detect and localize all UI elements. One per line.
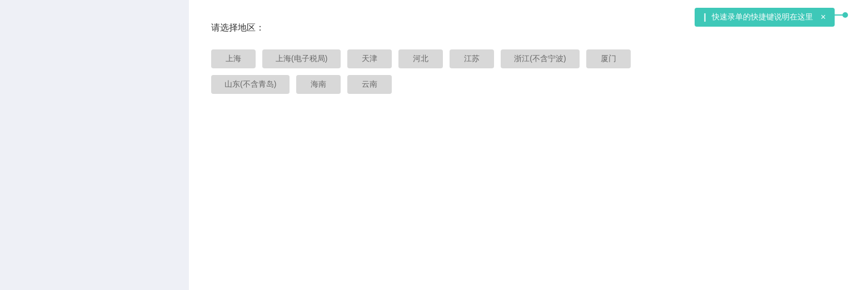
region-btn-xiamen[interactable]: 厦门 [586, 49, 631, 68]
region-btn-shanghai-etax[interactable]: 上海(电子税局) [262, 49, 341, 68]
region-btn-zhejiang[interactable]: 浙江(不含宁波) [501, 49, 579, 68]
region-btn-yunnan[interactable]: 云南 [347, 75, 392, 94]
tooltip-text: 快速录单的快捷键说明在这里 [712, 12, 813, 22]
page-wrapper: 快速录单的快捷键说明在这里 × 请选择地区： 上海 上海(电子税局) 天津 河北… [0, 0, 868, 290]
region-btn-hainan[interactable]: 海南 [296, 75, 341, 94]
region-btn-tianjin[interactable]: 天津 [347, 49, 392, 68]
tooltip-line [833, 14, 843, 16]
tooltip-close-button[interactable]: × [821, 12, 826, 22]
region-buttons-row2: 山东(不含青岛) 海南 云南 [211, 75, 846, 94]
region-btn-shandong[interactable]: 山东(不含青岛) [211, 75, 290, 94]
region-btn-jiangsu[interactable]: 江苏 [450, 49, 494, 68]
sidebar [0, 0, 189, 290]
region-btn-hebei[interactable]: 河北 [398, 49, 443, 68]
tooltip-dot [842, 12, 848, 18]
tooltip-banner: 快速录单的快捷键说明在这里 × [695, 8, 835, 27]
main-content: 快速录单的快捷键说明在这里 × 请选择地区： 上海 上海(电子税局) 天津 河北… [189, 0, 868, 290]
region-btn-shanghai[interactable]: 上海 [211, 49, 256, 68]
region-buttons-row1: 上海 上海(电子税局) 天津 河北 江苏 浙江(不含宁波) 厦门 [211, 49, 846, 68]
